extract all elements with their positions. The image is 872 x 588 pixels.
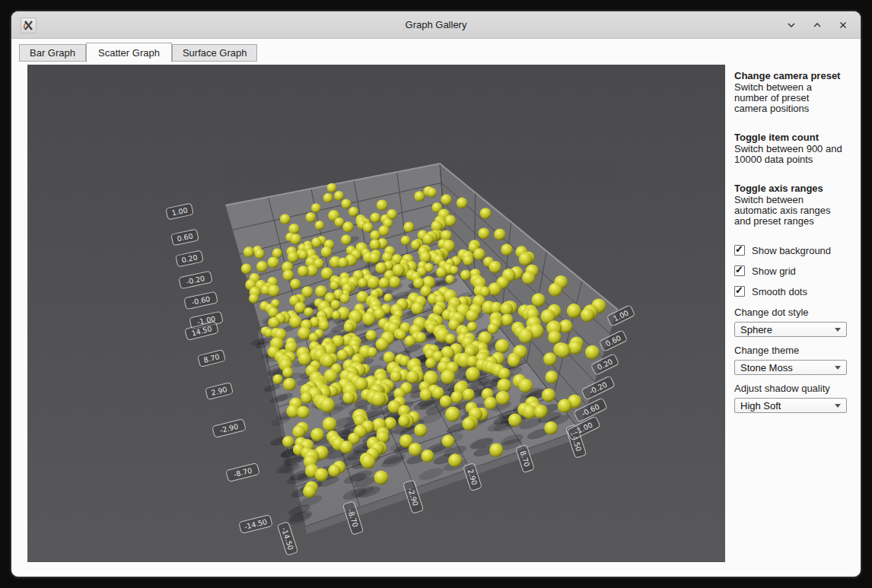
section-description: Switch between a number of preset camera… <box>734 82 842 114</box>
dropdown-arrow-icon <box>835 404 841 408</box>
section-title: Toggle item count <box>734 132 842 143</box>
theme-label: Change theme <box>734 345 859 356</box>
tab-scatter-graph[interactable]: Scatter Graph <box>86 43 172 62</box>
shadow-quality-label: Adjust shadow quality <box>734 383 859 394</box>
dropdown-arrow-icon <box>835 328 841 332</box>
chevron-down-icon <box>786 20 797 30</box>
dot-style-value: Sphere <box>740 324 772 335</box>
check-icon: ✓ <box>735 243 743 256</box>
check-icon: ✓ <box>735 264 743 276</box>
check-icon: ✓ <box>735 284 743 297</box>
checkbox-group: ✓ Show background ✓ Show grid ✓ Smooth d… <box>734 245 859 297</box>
theme-value: Stone Moss <box>740 362 793 373</box>
maximize-button[interactable] <box>807 16 827 34</box>
checkbox-box[interactable]: ✓ <box>734 286 745 297</box>
show-background-checkbox[interactable]: ✓ Show background <box>734 245 859 256</box>
axis-ranges-section: Toggle axis ranges Switch between automa… <box>734 183 842 227</box>
scatter-3d-canvas[interactable]: 1.000.600.20-0.20-0.60-1.0014.508.702.90… <box>27 65 725 562</box>
close-button[interactable] <box>833 16 853 34</box>
tab-bar: Bar Graph Scatter Graph Surface Graph <box>19 42 257 62</box>
tab-bar-graph[interactable]: Bar Graph <box>19 44 86 62</box>
dropdown-arrow-icon <box>835 366 841 370</box>
checkbox-label: Show background <box>752 245 831 256</box>
control-panel: Change camera preset Switch between a nu… <box>734 71 859 413</box>
checkbox-label: Show grid <box>752 265 796 277</box>
theme-select[interactable]: Stone Moss <box>734 360 847 375</box>
shadow-quality-select[interactable]: High Soft <box>734 398 847 413</box>
item-count-section: Toggle item count Switch between 900 and… <box>734 132 842 165</box>
section-description: Switch between 900 and 10000 data points <box>734 144 842 165</box>
smooth-dots-checkbox[interactable]: ✓ Smooth dots <box>734 286 859 297</box>
camera-preset-section: Change camera preset Switch between a nu… <box>734 71 842 114</box>
section-description: Switch between automatic axis ranges and… <box>734 195 842 227</box>
checkbox-box[interactable]: ✓ <box>734 265 745 276</box>
show-grid-checkbox[interactable]: ✓ Show grid <box>734 265 859 276</box>
shadow-quality-value: High Soft <box>740 400 781 412</box>
dot-style-label: Change dot style <box>734 307 859 318</box>
dot-style-select[interactable]: Sphere <box>734 322 847 337</box>
checkbox-box[interactable]: ✓ <box>734 245 745 256</box>
minimize-button[interactable] <box>781 16 801 34</box>
close-icon <box>838 20 848 30</box>
section-title: Change camera preset <box>734 71 842 81</box>
section-title: Toggle axis ranges <box>734 183 842 194</box>
app-window: Graph Gallery Bar Graph Scatter Graph S <box>11 11 861 577</box>
tab-surface-graph[interactable]: Surface Graph <box>172 44 258 62</box>
checkbox-label: Smooth dots <box>752 286 807 297</box>
title-bar[interactable]: Graph Gallery <box>11 11 861 39</box>
chevron-up-icon <box>812 20 823 30</box>
window-title: Graph Gallery <box>11 11 861 38</box>
